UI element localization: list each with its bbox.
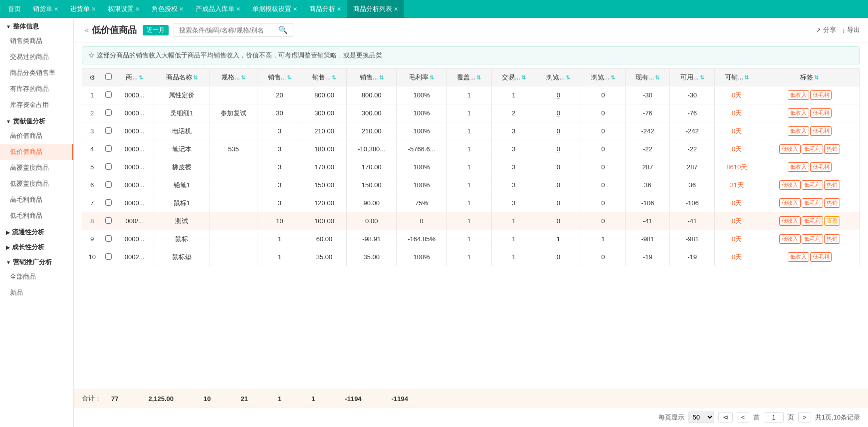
cell-name[interactable]: 笔记本: [154, 140, 210, 158]
nav-close-analysis[interactable]: ✕: [337, 6, 341, 12]
sidebar-item-low-profit[interactable]: 低毛利商品: [0, 208, 73, 224]
sidebar-item-new-goods[interactable]: 新品: [0, 285, 73, 301]
cell-checkbox[interactable]: [102, 140, 115, 158]
sidebar-item-high-coverage[interactable]: 高覆盖度商品: [0, 160, 73, 176]
sidebar-item-stock-goods[interactable]: 有库存的商品: [0, 81, 73, 97]
col-tags[interactable]: 标签⇅: [759, 69, 860, 86]
nav-close-analysis-list[interactable]: ✕: [394, 6, 398, 12]
cell-checkbox[interactable]: [102, 158, 115, 176]
col-checkbox[interactable]: [102, 69, 115, 86]
col-sale1[interactable]: 销售...⇅: [257, 69, 302, 86]
cell-view1[interactable]: 0: [536, 158, 581, 176]
view1-link[interactable]: 0: [557, 91, 560, 99]
view1-link[interactable]: 0: [557, 163, 560, 171]
col-trade[interactable]: 交易...⇅: [491, 69, 536, 86]
col-view1[interactable]: 浏览...⇅: [536, 69, 581, 86]
sidebar-item-stock-capital[interactable]: 库存资金占用: [0, 97, 73, 113]
row-checkbox[interactable]: [105, 163, 112, 170]
nav-sales[interactable]: 销货单 ✕: [27, 0, 64, 18]
view1-link[interactable]: 1: [557, 235, 560, 243]
col-sale3[interactable]: 销售...⇅: [347, 69, 397, 86]
cell-checkbox[interactable]: [102, 122, 115, 140]
row-checkbox[interactable]: [105, 91, 112, 98]
collapse-btn[interactable]: «: [82, 25, 92, 35]
nav-purchase[interactable]: 进货单 ✕: [64, 0, 102, 18]
nav-close-sales[interactable]: ✕: [54, 6, 58, 12]
sidebar-item-traded-goods[interactable]: 交易过的商品: [0, 49, 73, 65]
cell-name[interactable]: 吴细细1: [154, 104, 210, 122]
cell-checkbox[interactable]: [102, 86, 115, 104]
cell-name[interactable]: 鼠标: [154, 230, 210, 248]
view1-link[interactable]: 0: [557, 109, 560, 117]
next-page-btn[interactable]: >: [798, 412, 811, 423]
cell-view1[interactable]: 0: [536, 86, 581, 104]
cell-view1[interactable]: 0: [536, 176, 581, 194]
first-page-btn[interactable]: ⊲: [718, 412, 733, 423]
nav-close-products[interactable]: ✕: [236, 6, 240, 12]
sidebar-item-sale-goods[interactable]: 销售类商品: [0, 33, 73, 49]
sidebar-group-overall[interactable]: ▼ 整体信息: [0, 18, 73, 33]
view1-link[interactable]: 0: [557, 253, 560, 261]
nav-products[interactable]: 产成品入库单 ✕: [190, 0, 246, 18]
row-checkbox[interactable]: [105, 145, 112, 152]
sidebar-group-contribution[interactable]: ▼ 贡献值分析: [0, 113, 73, 128]
row-checkbox[interactable]: [105, 199, 112, 206]
cell-view1[interactable]: 0: [536, 194, 581, 212]
col-stock1[interactable]: 现有...⇅: [626, 69, 670, 86]
row-checkbox[interactable]: [105, 109, 112, 116]
sidebar-item-high-profit[interactable]: 高毛利商品: [0, 192, 73, 208]
sidebar-item-high-value[interactable]: 高价值商品: [0, 128, 73, 144]
cell-name[interactable]: 铅笔1: [154, 176, 210, 194]
cell-name[interactable]: 属性定价: [154, 86, 210, 104]
sidebar-item-low-coverage[interactable]: 低覆盖度商品: [0, 176, 73, 192]
nav-template[interactable]: 单据模板设置 ✕: [246, 0, 303, 18]
cell-checkbox[interactable]: [102, 176, 115, 194]
nav-permission[interactable]: 权限设置 ✕: [102, 0, 146, 18]
time-filter-btn[interactable]: 近一月: [143, 25, 169, 35]
view1-link[interactable]: 0: [557, 145, 560, 153]
sidebar-item-low-value[interactable]: 低价值商品: [0, 144, 73, 160]
col-view2[interactable]: 浏览...⇅: [581, 69, 625, 86]
search-input[interactable]: [179, 26, 278, 34]
col-sale2[interactable]: 销售...⇅: [302, 69, 346, 86]
nav-close-purchase[interactable]: ✕: [91, 6, 96, 12]
view1-link[interactable]: 0: [557, 199, 560, 207]
row-checkbox[interactable]: [105, 217, 112, 224]
table-container[interactable]: ⚙ 商...⇅ 商品名称⇅ 规格...⇅ 销售...⇅ 销售...⇅ 销售...…: [74, 68, 868, 390]
col-stock3[interactable]: 可销...⇅: [714, 69, 759, 86]
col-stock2[interactable]: 可用...⇅: [670, 69, 714, 86]
cell-checkbox[interactable]: [102, 248, 115, 266]
nav-role[interactable]: 角色授权 ✕: [146, 0, 190, 18]
col-code[interactable]: 商...⇅: [115, 69, 154, 86]
row-checkbox[interactable]: [105, 181, 112, 188]
col-gross[interactable]: 毛利率⇅: [397, 69, 447, 86]
cell-view1[interactable]: 0: [536, 140, 581, 158]
sidebar-item-category-rate[interactable]: 商品分类销售率: [0, 65, 73, 81]
sidebar-group-marketing[interactable]: ▼ 营销推广分析: [0, 254, 73, 269]
view1-link[interactable]: 0: [557, 181, 560, 189]
col-name[interactable]: 商品名称⇅: [154, 69, 210, 86]
cell-name[interactable]: 测试: [154, 212, 210, 230]
share-btn[interactable]: ↗ 分享: [816, 25, 836, 34]
cell-name[interactable]: 鼠标1: [154, 194, 210, 212]
col-spec[interactable]: 规格...⇅: [210, 69, 257, 86]
sidebar-group-growth[interactable]: ▶ 成长性分析: [0, 239, 73, 254]
select-all-checkbox[interactable]: [105, 73, 112, 80]
cell-name[interactable]: 鼠标垫: [154, 248, 210, 266]
per-page-select[interactable]: 50 100 200: [688, 412, 714, 423]
cell-view1[interactable]: 0: [536, 104, 581, 122]
cell-view1[interactable]: 0: [536, 212, 581, 230]
row-checkbox[interactable]: [105, 235, 112, 242]
sidebar-group-flow[interactable]: ▶ 流通性分析: [0, 224, 73, 239]
nav-analysis[interactable]: 商品分析 ✕: [303, 0, 347, 18]
nav-analysis-list[interactable]: 商品分析列表 ✕: [347, 0, 404, 18]
cell-checkbox[interactable]: [102, 212, 115, 230]
view1-link[interactable]: 0: [557, 127, 560, 135]
nav-close-template[interactable]: ✕: [293, 6, 297, 12]
cell-name[interactable]: 橡皮擦: [154, 158, 210, 176]
nav-close-role[interactable]: ✕: [179, 6, 184, 12]
cell-view1[interactable]: 1: [536, 230, 581, 248]
prev-page-btn[interactable]: <: [737, 412, 750, 423]
col-settings[interactable]: ⚙: [82, 69, 102, 86]
row-checkbox[interactable]: [105, 253, 112, 260]
